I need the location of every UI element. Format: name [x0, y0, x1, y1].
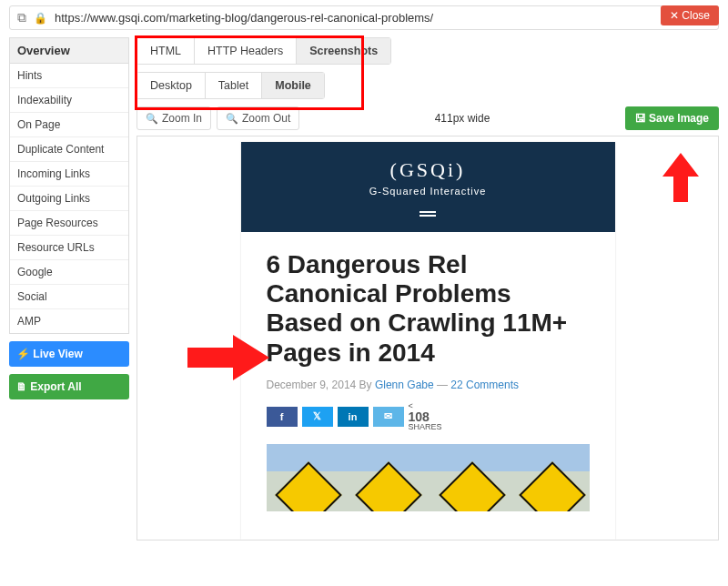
tab-html[interactable]: HTML: [137, 38, 195, 64]
sidebar-item-pageres[interactable]: Page Resources: [10, 211, 128, 236]
tab-desktop[interactable]: Desktop: [137, 73, 206, 98]
tabs-device: Desktop Tablet Mobile: [136, 72, 325, 99]
preview-hero-image: [267, 444, 590, 511]
share-facebook-icon[interactable]: f: [267, 407, 298, 427]
road-sign-icon: [439, 461, 506, 511]
share-linkedin-icon[interactable]: in: [338, 407, 369, 427]
close-button[interactable]: ✕ Close: [661, 5, 719, 25]
viewport-width-label: 411px wide: [305, 112, 619, 125]
zoom-in-button[interactable]: 🔍Zoom In: [136, 106, 211, 130]
sidebar-item-duplicate[interactable]: Duplicate Content: [10, 137, 128, 162]
sidebar-item-hints[interactable]: Hints: [10, 64, 128, 88]
tab-tablet[interactable]: Tablet: [206, 73, 262, 98]
sidebar: Overview Hints Indexability On Page Dupl…: [9, 37, 129, 541]
share-count: < 108SHARES: [409, 402, 442, 431]
sidebar-list: Hints Indexability On Page Duplicate Con…: [9, 64, 129, 334]
tab-httpheaders[interactable]: HTTP Headers: [195, 38, 297, 64]
preview-body: 6 Dangerous Rel Canonical Problems Based…: [241, 232, 615, 511]
road-sign-icon: [519, 461, 586, 511]
save-image-button[interactable]: 🖫 Save Image: [625, 106, 719, 130]
live-view-button[interactable]: ⚡ Live View: [9, 341, 129, 367]
tab-screenshots[interactable]: Screenshots: [297, 38, 390, 64]
preview-toolbar: 🔍Zoom In 🔍Zoom Out 411px wide 🖫 Save Ima…: [136, 106, 719, 130]
preview-header: (GSQi) G-Squared Interactive: [241, 142, 615, 232]
sidebar-item-onpage[interactable]: On Page: [10, 113, 128, 137]
sidebar-item-outgoing[interactable]: Outgoing Links: [10, 187, 128, 211]
preview-article-title: 6 Dangerous Rel Canonical Problems Based…: [267, 250, 590, 368]
sidebar-item-google[interactable]: Google: [10, 260, 128, 285]
hamburger-icon[interactable]: [250, 206, 606, 219]
sidebar-item-amp[interactable]: AMP: [10, 309, 128, 333]
preview-tagline: G-Squared Interactive: [250, 186, 606, 197]
main-panel: HTML HTTP Headers Screenshots Desktop Ta…: [136, 37, 719, 541]
lock-icon: 🔒: [34, 12, 47, 25]
tab-mobile[interactable]: Mobile: [262, 73, 324, 98]
preview-social-row: f 𝕏 in ✉ < 108SHARES: [267, 402, 590, 431]
preview-meta: December 9, 2014 By Glenn Gabe — 22 Comm…: [267, 379, 590, 391]
sidebar-header[interactable]: Overview: [9, 37, 129, 64]
tabs-top: HTML HTTP Headers Screenshots: [136, 37, 391, 65]
sidebar-item-social[interactable]: Social: [10, 285, 128, 309]
preview-author-link[interactable]: Glenn Gabe: [375, 379, 434, 391]
preview-brand: (GSQi): [250, 158, 606, 182]
share-email-icon[interactable]: ✉: [373, 407, 404, 427]
zoom-in-icon: 🔍: [146, 113, 158, 125]
url-text: https://www.gsqi.com/marketing-blog/dang…: [55, 11, 711, 25]
road-sign-icon: [275, 461, 342, 511]
preview-comments-link[interactable]: 22 Comments: [450, 379, 519, 391]
road-sign-icon: [355, 461, 422, 511]
sidebar-item-resurls[interactable]: Resource URLs: [10, 236, 128, 260]
zoom-out-button[interactable]: 🔍Zoom Out: [217, 106, 299, 130]
export-all-button[interactable]: 🗎 Export All: [9, 374, 129, 399]
share-twitter-icon[interactable]: 𝕏: [302, 407, 333, 427]
close-label: Close: [682, 9, 710, 22]
zoom-out-icon: 🔍: [226, 113, 238, 125]
external-link-icon[interactable]: ⧉: [17, 10, 26, 25]
sidebar-item-indexability[interactable]: Indexability: [10, 88, 128, 113]
mobile-preview: (GSQi) G-Squared Interactive 6 Dangerous…: [241, 142, 615, 540]
preview-frame: (GSQi) G-Squared Interactive 6 Dangerous…: [136, 136, 719, 541]
sidebar-item-incoming[interactable]: Incoming Links: [10, 162, 128, 187]
url-bar: ⧉ 🔒 https://www.gsqi.com/marketing-blog/…: [9, 5, 719, 30]
